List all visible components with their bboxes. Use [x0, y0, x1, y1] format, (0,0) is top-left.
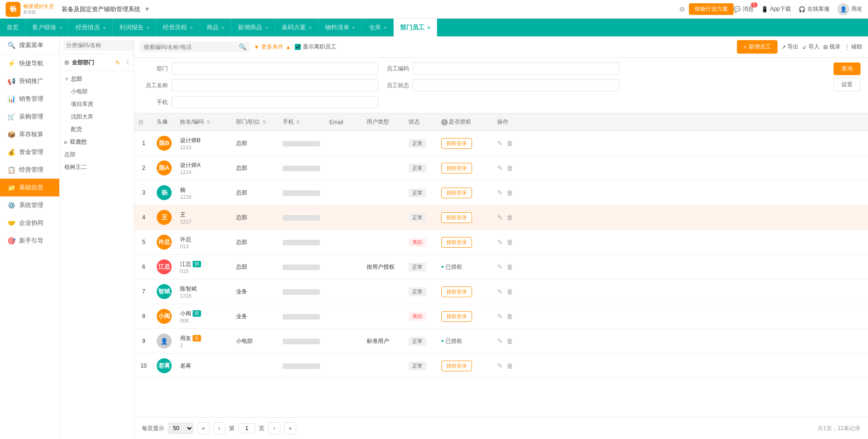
sidebar-item-quicknav[interactable]: ⚡ 快捷导航	[0, 55, 59, 72]
tab-new-goods[interactable]: 新增商品 ×	[231, 19, 275, 36]
col-dept-position[interactable]: 部门/职位 ⇅	[232, 113, 279, 131]
close-icon[interactable]: ×	[427, 25, 430, 30]
dept-node-peihuo[interactable]: 配货	[60, 123, 134, 136]
next-page-button[interactable]: ›	[268, 422, 280, 434]
export-button[interactable]: ↗ 导出	[781, 43, 799, 51]
dept-search-input[interactable]	[63, 40, 134, 50]
delete-icon[interactable]: 🗑	[507, 263, 513, 271]
tab-profit[interactable]: 利润报告 ×	[113, 19, 156, 36]
tab-operation[interactable]: 经营情况 ×	[69, 19, 112, 36]
tab-goods[interactable]: 商品 ×	[200, 19, 231, 36]
auth-button[interactable]: 授权登录	[441, 212, 472, 223]
delete-icon[interactable]: 🗑	[507, 139, 513, 147]
edit-icon[interactable]: ✎	[497, 288, 503, 295]
close-icon[interactable]: ×	[59, 25, 62, 30]
tab-barcode[interactable]: 条码方案 ×	[275, 19, 319, 36]
close-icon[interactable]: ×	[190, 25, 193, 30]
emp-status-filter-select[interactable]	[413, 79, 619, 91]
tab-home[interactable]: 首页	[0, 19, 26, 36]
dept-filter-select[interactable]	[172, 63, 378, 75]
close-icon[interactable]: ×	[309, 25, 312, 30]
delete-icon[interactable]: 🗑	[507, 362, 513, 369]
tab-customer[interactable]: 客户联络 ×	[26, 19, 69, 36]
phone-filter-input[interactable]	[172, 96, 378, 108]
page-input[interactable]	[238, 423, 255, 433]
tab-history[interactable]: 经营历程 ×	[156, 19, 200, 36]
tab-bom[interactable]: 物料清单 ×	[319, 19, 362, 36]
sidebar-item-operations[interactable]: 📋 经营管理	[0, 161, 59, 179]
close-icon[interactable]: ×	[265, 25, 268, 30]
delete-icon[interactable]: 🗑	[507, 214, 513, 221]
online-service-button[interactable]: 🎧 在线客服	[799, 5, 830, 13]
sidebar-item-finance[interactable]: 💰 资金管理	[0, 143, 59, 161]
more-button[interactable]: ⋮ 辅助	[844, 43, 862, 51]
delete-icon[interactable]: 🗑	[507, 288, 513, 295]
sidebar-item-search[interactable]: 🔍 搜索菜单	[0, 36, 59, 54]
sidebar-item-collab[interactable]: 🤝 企业协同	[0, 214, 59, 232]
app-download-button[interactable]: 📱 App下载	[761, 5, 791, 13]
sidebar-item-marketing[interactable]: 📢 营销推广	[0, 72, 59, 90]
show-resigned-label[interactable]: 显示离职员工	[295, 43, 336, 51]
sidebar-item-system[interactable]: ⚙️ 系统管理	[0, 196, 59, 214]
col-name-code[interactable]: 姓名/编码 ⇅	[176, 113, 232, 131]
edit-icon[interactable]: ✎	[497, 214, 503, 221]
setup-button[interactable]: 设置	[833, 78, 861, 91]
edit-icon[interactable]: ✎	[497, 263, 503, 271]
emp-name-filter-input[interactable]	[172, 79, 378, 91]
messages-button[interactable]: 💬 消息 5	[734, 5, 754, 13]
info-icon[interactable]: i	[441, 119, 448, 125]
search-input[interactable]	[144, 44, 237, 50]
tab-warehouse[interactable]: 仓库 ×	[362, 19, 394, 36]
edit-icon[interactable]: ✎	[497, 362, 503, 369]
auth-button[interactable]: 授权登录	[441, 237, 472, 248]
user-area[interactable]: 👤 用友	[837, 3, 862, 15]
auth-button[interactable]: 授权登录	[441, 138, 472, 149]
trial-button[interactable]: 体验行业方案	[689, 3, 734, 15]
auth-button[interactable]: 授权登录	[441, 286, 472, 297]
edit-icon[interactable]: ✎	[497, 238, 503, 246]
import-button[interactable]: ↙ 导入	[802, 43, 819, 51]
col-phone[interactable]: 手机 ⇅	[279, 113, 326, 131]
query-button[interactable]: 查询	[833, 63, 861, 75]
view-button[interactable]: ⊞ 视录	[823, 43, 840, 51]
delete-icon[interactable]: 🗑	[507, 313, 513, 320]
per-page-select[interactable]: 50 100	[168, 423, 194, 434]
auth-button[interactable]: 授权登录	[441, 163, 472, 174]
emp-code-filter-input[interactable]	[413, 63, 619, 75]
auth-button[interactable]: 授权登录	[441, 188, 472, 198]
close-icon[interactable]: ×	[384, 25, 387, 30]
tab-dept-staff[interactable]: 部门员工 ×	[394, 19, 437, 36]
close-icon[interactable]: ×	[352, 25, 355, 30]
col-settings-icon[interactable]: ⚙	[138, 118, 144, 126]
edit-icon[interactable]: ✎	[497, 164, 503, 172]
sidebar-item-basic[interactable]: 📁 基础信息	[0, 179, 59, 196]
delete-icon[interactable]: 🗑	[507, 164, 513, 172]
delete-icon[interactable]: 🗑	[507, 337, 513, 345]
delete-icon[interactable]: 🗑	[507, 238, 513, 246]
edit-icon[interactable]: ✎	[497, 139, 503, 147]
close-icon[interactable]: ×	[146, 25, 149, 30]
sidebar-item-sales[interactable]: 📊 销售管理	[0, 90, 59, 108]
title-dropdown-arrow[interactable]: ▼	[144, 6, 150, 13]
close-icon[interactable]: ×	[222, 25, 224, 30]
first-page-button[interactable]: «	[197, 422, 209, 434]
last-page-button[interactable]: »	[284, 422, 296, 434]
dept-node-zongbu[interactable]: 总部	[60, 148, 134, 161]
more-conditions-button[interactable]: ▼ 更多条件 ▲	[254, 43, 291, 51]
auth-button[interactable]: 授权登录	[441, 311, 472, 322]
edit-icon[interactable]: ✎	[497, 337, 503, 345]
dept-group-header[interactable]: ▼ 总部	[60, 73, 134, 85]
search-submit-icon[interactable]: 🔍	[239, 43, 246, 50]
dept-edit-icon[interactable]: ✎	[115, 59, 120, 66]
dept-node-shenyang[interactable]: 沈阳大库	[60, 111, 134, 123]
sidebar-item-inventory[interactable]: 📦 库存核算	[0, 125, 59, 143]
show-resigned-checkbox[interactable]	[295, 44, 301, 50]
gear-button[interactable]: ⚙	[679, 6, 685, 13]
close-icon[interactable]: ×	[103, 25, 105, 30]
prev-page-button[interactable]: ‹	[213, 422, 225, 434]
dept-node-xiaodibu[interactable]: 小电部	[60, 85, 134, 98]
add-employee-button[interactable]: + 新增员工	[737, 40, 778, 54]
sidebar-item-purchase[interactable]: 🛒 采购管理	[0, 108, 59, 125]
dept-collapse-icon[interactable]: 《	[123, 58, 129, 67]
delete-icon[interactable]: 🗑	[507, 189, 513, 196]
